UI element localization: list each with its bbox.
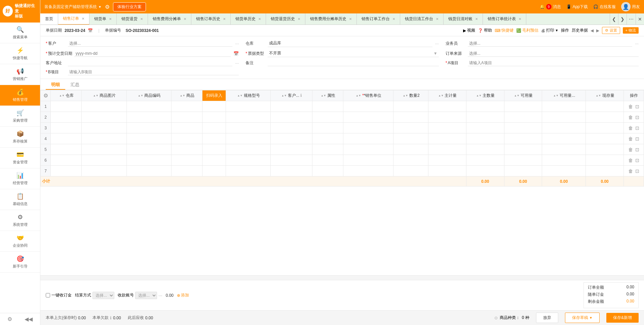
- row-copy-icon-4[interactable]: ⊡: [635, 147, 639, 152]
- row-0-col-7[interactable]: [312, 101, 343, 112]
- row-3-col-11[interactable]: [466, 133, 504, 144]
- account-select[interactable]: 选择...: [135, 292, 157, 299]
- row-2-col-8[interactable]: [343, 123, 393, 133]
- tab-close-4[interactable]: ✕: [184, 17, 186, 21]
- row-4-col-7[interactable]: [312, 144, 343, 155]
- row-6-col-4[interactable]: [202, 166, 226, 176]
- row-0-col-5[interactable]: [226, 101, 271, 112]
- row-6-col-1[interactable]: [82, 166, 126, 176]
- save-draft-arrow-icon[interactable]: ▼: [589, 316, 593, 320]
- profit-btn[interactable]: 💹 毛利预估: [516, 28, 538, 33]
- tab-7[interactable]: 销货退货历史✕: [266, 13, 305, 25]
- row-copy-icon-2[interactable]: ⊡: [635, 125, 639, 131]
- customer-input[interactable]: [68, 40, 232, 47]
- row-3-col-4[interactable]: [202, 133, 226, 144]
- system-name[interactable]: 装备及固定资产辅助管理系统 ▼: [44, 4, 102, 10]
- row-6-col-5[interactable]: [226, 166, 271, 176]
- tab-close-10[interactable]: ✕: [436, 17, 439, 21]
- order-source-input[interactable]: [468, 50, 639, 57]
- row-0-col-0[interactable]: [51, 101, 82, 112]
- tab-detail[interactable]: 明细: [46, 80, 65, 90]
- invoice-type-select[interactable]: 不开票 ▼: [268, 50, 439, 57]
- calendar-icon[interactable]: 📅: [88, 28, 93, 33]
- delivery-date-input[interactable]: [74, 50, 231, 57]
- row-4-col-12[interactable]: [504, 144, 542, 155]
- row-1-col-10[interactable]: [428, 112, 466, 123]
- tab-10[interactable]: 钱货日清工作台✕: [400, 13, 444, 25]
- sidebar-item-营销推广[interactable]: 📢 营销推广: [0, 64, 40, 85]
- one-click-checkbox[interactable]: [46, 293, 50, 297]
- a-project-input[interactable]: [468, 60, 639, 66]
- row-4-col-5[interactable]: [226, 144, 271, 155]
- warehouse-expand-icon[interactable]: ···: [435, 41, 439, 46]
- row-1-col-14[interactable]: [586, 112, 624, 123]
- row-copy-icon-1[interactable]: ⊡: [635, 115, 639, 120]
- row-3-col-5[interactable]: [226, 133, 271, 144]
- row-1-col-1[interactable]: [82, 112, 126, 123]
- row-6-col-8[interactable]: [343, 166, 393, 176]
- row-2-col-9[interactable]: [393, 123, 428, 133]
- sidebar-collapse-icon[interactable]: ◀◀: [25, 316, 33, 322]
- row-3-col-1[interactable]: [82, 133, 126, 144]
- row-4-col-1[interactable]: [82, 144, 126, 155]
- one-click-label[interactable]: 一键收订金: [46, 292, 72, 298]
- row-0-col-10[interactable]: [428, 101, 466, 112]
- tab-close-7[interactable]: ✕: [298, 17, 300, 21]
- row-0-col-4[interactable]: [202, 101, 226, 112]
- row-2-col-11[interactable]: [466, 123, 504, 133]
- row-5-col-13[interactable]: [542, 155, 586, 166]
- row-delete-icon-1[interactable]: 🗑: [628, 115, 633, 120]
- row-2-col-6[interactable]: [271, 123, 312, 133]
- notification-item[interactable]: 🔔 9 消息: [540, 4, 561, 10]
- row-5-col-5[interactable]: [226, 155, 271, 166]
- tab-close-1[interactable]: ✕: [82, 17, 84, 21]
- row-5-col-1[interactable]: [82, 155, 126, 166]
- customer-address-input[interactable]: [68, 60, 232, 66]
- row-1-col-2[interactable]: [126, 112, 171, 123]
- tab-close-5[interactable]: ✕: [223, 17, 226, 21]
- setting-btn[interactable]: ⚙ 设置: [602, 27, 620, 34]
- tab-6[interactable]: 销货单历史✕: [231, 13, 266, 25]
- row-5-col-0[interactable]: [51, 155, 82, 166]
- row-copy-icon-0[interactable]: ⊡: [635, 104, 639, 109]
- col-settings[interactable]: ⚙: [41, 90, 51, 101]
- user-item[interactable]: 👤 用友: [621, 2, 640, 11]
- remark-input[interactable]: [268, 60, 439, 66]
- row-0-col-13[interactable]: [542, 101, 586, 112]
- sidebar-item-新手引导[interactable]: 🎯 新手引导: [0, 252, 40, 273]
- tab-2[interactable]: 销货单✕: [89, 13, 117, 25]
- tab-9[interactable]: 销售订单工作台✕: [357, 13, 400, 25]
- row-4-col-10[interactable]: [428, 144, 466, 155]
- row-5-col-3[interactable]: [171, 155, 202, 166]
- settings-gear-icon[interactable]: ⚙: [43, 93, 48, 98]
- row-2-col-14[interactable]: [586, 123, 624, 133]
- row-1-col-13[interactable]: [542, 112, 586, 123]
- tab-close-6[interactable]: ✕: [258, 17, 261, 21]
- nav-next-icon[interactable]: ▶: [596, 28, 599, 33]
- address-expand-icon[interactable]: ···: [235, 60, 239, 66]
- sidebar-item-采购管理[interactable]: 🛒 采购管理: [0, 106, 40, 127]
- row-3-col-12[interactable]: [504, 133, 542, 144]
- tab-1[interactable]: 销售订单✕: [58, 13, 89, 25]
- add-payment-btn[interactable]: ⊕ 添加: [177, 292, 189, 298]
- row-1-col-9[interactable]: [393, 112, 428, 123]
- discard-btn[interactable]: 放弃: [536, 313, 558, 323]
- row-5-col-4[interactable]: [202, 155, 226, 166]
- tab-more-btn[interactable]: ⋯: [627, 13, 636, 25]
- row-0-col-2[interactable]: [126, 101, 171, 112]
- row-delete-icon-5[interactable]: 🗑: [628, 158, 633, 163]
- tab-close-12[interactable]: ✕: [519, 17, 521, 21]
- tab-11[interactable]: 钱货日清对账✕: [444, 13, 483, 25]
- row-6-col-12[interactable]: [504, 166, 542, 176]
- row-1-col-3[interactable]: [171, 112, 202, 123]
- sidebar-item-库存核算[interactable]: 📦 库存核算: [0, 127, 40, 148]
- row-5-col-6[interactable]: [271, 155, 312, 166]
- row-4-col-14[interactable]: [586, 144, 624, 155]
- row-2-col-1[interactable]: [82, 123, 126, 133]
- tab-next-btn[interactable]: ❯: [618, 13, 627, 25]
- row-6-col-11[interactable]: [466, 166, 504, 176]
- row-2-col-7[interactable]: [312, 123, 343, 133]
- tab-8[interactable]: 销售费用分摊单历史✕: [305, 13, 357, 25]
- row-0-col-3[interactable]: [171, 101, 202, 112]
- tab-summary[interactable]: 汇总: [65, 80, 85, 90]
